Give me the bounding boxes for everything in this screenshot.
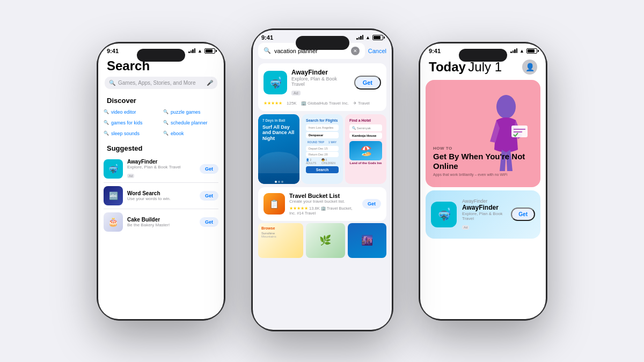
discover-label-6: ebook xyxy=(171,131,184,136)
travel-reviews: 13.8K xyxy=(309,206,320,211)
suggested-app-2[interactable]: 🔤 Word Search Use your words to win. Get xyxy=(104,183,218,209)
discover-search-icon-6: 🔍 xyxy=(163,131,169,136)
search-magnifier-icon: 🔍 xyxy=(109,80,115,86)
status-icons-center: ▲ xyxy=(356,35,383,40)
discover-item-6[interactable]: 🔍 ebook xyxy=(163,129,218,138)
banner-panel-1: 7 Days in Bali Surf All Day and Dance Al… xyxy=(258,114,299,184)
svg-point-0 xyxy=(496,95,516,119)
awayfinder-reviews: 125K xyxy=(287,101,297,106)
wifi-icon-left: ▲ xyxy=(197,48,202,54)
today-small-card: 🤿 AwayFinder AwayFinder Explore, Plan & … xyxy=(426,190,540,239)
wordsearch-get-button[interactable]: Get xyxy=(200,191,218,201)
phone-left-screen: 9:41 ▲ Search 🔍 Games, Apps, Stories, an… xyxy=(98,43,224,319)
cakebuilder-get-button[interactable]: Get xyxy=(200,217,218,227)
awayfinder-ad-meta: ★★★★★ 125K 🏢 GlobalHub Travel Inc. ✈ Tra… xyxy=(264,101,381,106)
banner-days-label: 7 Days in Bali xyxy=(262,119,295,122)
battery-icon-center xyxy=(372,35,383,40)
awayfinder-ad-header: 🤿 AwayFinder Explore, Plan & Book Travel… xyxy=(264,69,381,97)
banner-main-title: Surf All Day and Dance All Night xyxy=(262,124,295,142)
status-time-right: 9:41 xyxy=(429,48,441,54)
wifi-icon-right: ▲ xyxy=(519,48,524,54)
discover-label-4: schedule planner xyxy=(171,120,208,125)
discover-item-1[interactable]: 🔍 video editor xyxy=(104,108,159,116)
awayfinder-ad-info: AwayFinder Explore, Plan & Book Travel A… xyxy=(291,69,350,97)
awayfinder-rating: ★★★★★ xyxy=(264,101,282,106)
status-icons-right: ▲ xyxy=(510,48,537,54)
phone-center: 9:41 ▲ 🔍 vacation planner ✕ xyxy=(251,28,393,331)
suggested-heading: Suggested xyxy=(98,142,224,156)
small-card-name: AwayFinder xyxy=(462,204,506,211)
travel-bucket-sub: Create your travel bucket list. xyxy=(289,199,358,204)
hero-card-subtitle: Apps that work brilliantly – even with n… xyxy=(433,173,535,176)
discover-item-2[interactable]: 🔍 puzzle games xyxy=(163,108,218,116)
awayfinder-ad-name: AwayFinder xyxy=(291,69,350,76)
today-hero-card: HOW TO Get By When You're Not Online App… xyxy=(426,80,540,187)
small-card-awayfinder-icon: 🤿 xyxy=(431,202,457,227)
status-time-left: 9:41 xyxy=(107,48,119,54)
suggested-app-1[interactable]: 🤿 AwayFinder Explore, Plan & Book Travel… xyxy=(104,156,218,183)
clear-search-button[interactable]: ✕ xyxy=(351,47,360,55)
small-card-app-label: AwayFinder xyxy=(462,198,506,204)
awayfinder-get-button[interactable]: Get xyxy=(200,164,218,174)
travel-bucket-card: 📋 Travel Bucket List Create your travel … xyxy=(258,187,386,221)
awayfinder-ad-sub: Explore, Plan & Book Travel xyxy=(291,76,350,87)
wordsearch-icon: 🔤 xyxy=(104,186,123,205)
discover-label-3: games for kids xyxy=(111,120,143,125)
cancel-button[interactable]: Cancel xyxy=(368,48,386,54)
suggested-app-3[interactable]: 🎂 Cake Builder Be the Bakery Master! Get xyxy=(104,209,218,235)
search-bar[interactable]: 🔍 Games, Apps, Stories, and More 🎤 xyxy=(105,77,217,89)
awayfinder-ad-badge: Ad xyxy=(127,174,134,178)
wordsearch-info: Word Search Use your words to win. xyxy=(127,190,195,201)
cakebuilder-info: Cake Builder Be the Bakery Master! xyxy=(127,217,195,227)
wordsearch-name: Word Search xyxy=(127,190,195,196)
banner-flights-label: Search for Flights xyxy=(306,119,339,122)
user-avatar[interactable]: 👤 xyxy=(522,60,537,75)
battery-icon-right xyxy=(526,48,537,54)
browse-thumb-1: Browse Sunshine Mountains xyxy=(258,223,303,258)
awayfinder-desc: Explore, Plan & Book Travel xyxy=(127,165,195,169)
banner-panel-2: Search for Flights from Los Angeles Denp… xyxy=(302,114,343,184)
travel-bucket-info: Travel Bucket List Create your travel bu… xyxy=(289,193,358,216)
signal-icon-center xyxy=(356,35,363,40)
travel-bucket-name: Travel Bucket List xyxy=(289,193,358,199)
discover-label-2: puzzle games xyxy=(171,109,201,115)
travel-bucket-get-button[interactable]: Get xyxy=(362,199,381,209)
search-placeholder: Games, Apps, Stories, and More xyxy=(118,80,204,86)
awayfinder-ad-get-button[interactable]: Get xyxy=(354,76,381,90)
search-result-magnifier: 🔍 xyxy=(264,47,271,54)
browse-thumbnails-row: Browse Sunshine Mountains 🌿 🌆 xyxy=(258,223,386,258)
wifi-icon-center: ▲ xyxy=(365,35,370,40)
hero-text: HOW TO Get By When You're Not Online App… xyxy=(433,146,535,176)
today-title-group: Today July 1 xyxy=(429,60,502,75)
awayfinder-icon: 🤿 xyxy=(104,159,123,179)
how-to-label: HOW TO xyxy=(433,146,535,151)
discover-search-icon-1: 🔍 xyxy=(104,109,109,114)
small-card-get-button[interactable]: Get xyxy=(511,208,535,221)
discover-label-1: video editor xyxy=(111,109,136,115)
hero-card-title: Get By When You're Not Online xyxy=(433,152,535,171)
banner-panel-3: Find a Hotel 🔍 Seminyak Kamboja House 🏖️… xyxy=(345,114,386,184)
phone-left: 9:41 ▲ Search 🔍 Games, Apps, Stories, an… xyxy=(97,42,225,321)
discover-grid: 🔍 video editor 🔍 puzzle games 🔍 games fo… xyxy=(98,108,224,138)
today-title-row: Today July 1 👤 xyxy=(429,60,537,75)
dynamic-island-left xyxy=(137,49,185,62)
dynamic-island-center xyxy=(296,36,349,50)
discover-search-icon-4: 🔍 xyxy=(163,120,169,125)
travel-rating: ★★★★★ xyxy=(289,206,308,211)
discover-search-icon-5: 🔍 xyxy=(104,131,109,136)
discover-item-4[interactable]: 🔍 schedule planner xyxy=(163,119,218,127)
awayfinder-ad-card: 🤿 AwayFinder Explore, Plan & Book Travel… xyxy=(258,63,386,111)
dynamic-island-right xyxy=(459,49,507,62)
browse-thumb-2: 🌿 xyxy=(306,223,345,258)
small-card-info: AwayFinder AwayFinder Explore, Plan & Bo… xyxy=(462,198,506,231)
discover-item-3[interactable]: 🔍 games for kids xyxy=(104,119,159,127)
banner-hotel-label: Find a Hotel xyxy=(349,119,382,122)
awayfinder-publisher: 🏢 GlobalHub Travel Inc. xyxy=(301,101,349,106)
awayfinder-name: AwayFinder xyxy=(127,159,195,165)
status-time-center: 9:41 xyxy=(261,34,273,41)
small-card-ad-badge: Ad xyxy=(462,225,469,230)
discover-item-5[interactable]: 🔍 sleep sounds xyxy=(104,129,159,138)
today-title: Today xyxy=(429,60,466,74)
awayfinder-ad-icon: 🤿 xyxy=(264,71,287,94)
awayfinder-ad-badge2: Ad xyxy=(291,91,301,95)
